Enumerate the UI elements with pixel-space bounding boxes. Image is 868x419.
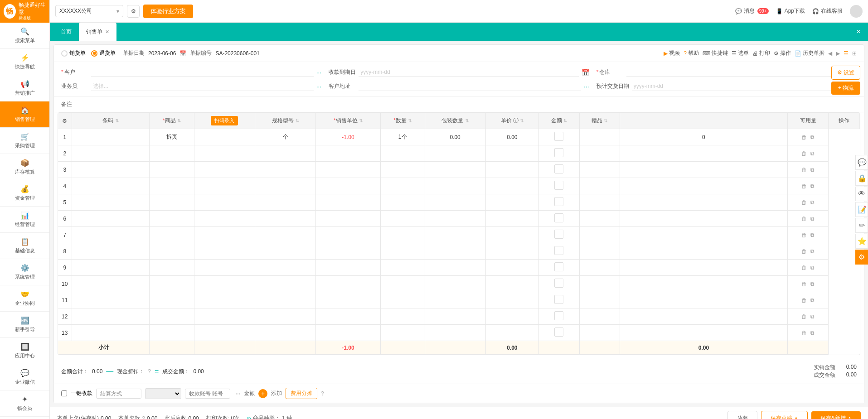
cell-barcode[interactable] bbox=[72, 145, 150, 162]
cell-pack-qty[interactable] bbox=[380, 145, 425, 162]
copy-row-icon[interactable]: ⧉ bbox=[810, 330, 815, 336]
cell-spec[interactable] bbox=[194, 129, 255, 145]
cell-price[interactable] bbox=[425, 308, 485, 325]
cell-price[interactable] bbox=[425, 194, 485, 211]
sidebar-item-sales[interactable]: 🏠 销售管理 bbox=[0, 101, 49, 128]
copy-row-icon[interactable]: ⧉ bbox=[810, 150, 815, 157]
cell-spec[interactable] bbox=[194, 325, 255, 341]
payment-method-select[interactable] bbox=[145, 388, 181, 399]
barcode-input[interactable] bbox=[92, 232, 129, 238]
cell-qty[interactable] bbox=[316, 211, 380, 227]
salesman-input[interactable] bbox=[91, 82, 314, 91]
cell-pack-qty[interactable] bbox=[380, 276, 425, 292]
cell-barcode[interactable] bbox=[72, 211, 150, 227]
delete-row-icon[interactable]: 🗑 bbox=[801, 216, 807, 222]
cell-product[interactable] bbox=[150, 227, 194, 243]
cell-gift[interactable] bbox=[539, 129, 579, 145]
cell-barcode[interactable] bbox=[72, 227, 150, 243]
sales-order-radio[interactable]: 销货单 bbox=[61, 49, 86, 57]
app-download-button[interactable]: 📱 App下载 bbox=[776, 7, 805, 15]
delete-row-icon[interactable]: 🗑 bbox=[801, 134, 807, 140]
cell-barcode[interactable] bbox=[72, 194, 150, 211]
cell-qty[interactable] bbox=[316, 308, 380, 325]
copy-row-icon[interactable]: ⧉ bbox=[810, 248, 815, 255]
cell-unit[interactable] bbox=[255, 227, 316, 243]
gift-checkbox[interactable] bbox=[554, 132, 563, 141]
cell-product[interactable] bbox=[150, 178, 194, 194]
print-action[interactable]: 🖨 打印 bbox=[752, 49, 770, 57]
cell-amount[interactable] bbox=[485, 194, 539, 211]
cell-price[interactable] bbox=[425, 276, 485, 292]
cell-gift[interactable] bbox=[539, 194, 579, 211]
cell-unit[interactable]: 个 bbox=[255, 129, 316, 145]
expense-help-icon[interactable]: ? bbox=[321, 390, 324, 397]
cell-spec[interactable] bbox=[194, 211, 255, 227]
cell-product[interactable] bbox=[150, 325, 194, 341]
cell-gift[interactable] bbox=[539, 243, 579, 260]
cell-gift[interactable] bbox=[539, 162, 579, 178]
barcode-input[interactable] bbox=[92, 313, 129, 320]
delete-row-icon[interactable]: 🗑 bbox=[801, 297, 807, 303]
customer-input[interactable] bbox=[91, 67, 314, 77]
cell-gift[interactable] bbox=[539, 211, 579, 227]
rp-chat-icon[interactable]: 💬 bbox=[855, 155, 868, 170]
delete-row-icon[interactable]: 🗑 bbox=[801, 281, 807, 287]
cell-pack-qty[interactable] bbox=[380, 194, 425, 211]
cell-amount[interactable] bbox=[485, 162, 539, 178]
remark-input[interactable] bbox=[91, 101, 857, 108]
cell-unit[interactable] bbox=[255, 211, 316, 227]
sidebar-item-search[interactable]: 🔍 搜索菜单 bbox=[0, 23, 49, 49]
delete-row-icon[interactable]: 🗑 bbox=[801, 232, 807, 238]
cell-price[interactable] bbox=[425, 162, 485, 178]
cell-spec[interactable] bbox=[194, 276, 255, 292]
tab-close-icon[interactable]: ✕ bbox=[105, 29, 109, 35]
cell-barcode[interactable] bbox=[72, 129, 150, 145]
delete-row-icon[interactable]: 🗑 bbox=[801, 167, 807, 173]
settings-form-button[interactable]: ⚙ 设置 bbox=[831, 66, 860, 80]
cell-amount[interactable] bbox=[485, 211, 539, 227]
account-input[interactable] bbox=[185, 389, 230, 399]
cell-barcode[interactable] bbox=[72, 178, 150, 194]
barcode-input[interactable] bbox=[92, 265, 129, 271]
cell-qty[interactable]: -1.00 bbox=[316, 129, 380, 145]
barcode-input[interactable] bbox=[92, 216, 129, 222]
cell-spec[interactable] bbox=[194, 292, 255, 308]
barcode-input[interactable] bbox=[92, 281, 129, 287]
calendar-icon[interactable]: 📅 bbox=[179, 50, 186, 57]
rp-note-icon[interactable]: 📝 bbox=[855, 202, 868, 217]
copy-row-icon[interactable]: ⧉ bbox=[810, 232, 815, 238]
cell-amount[interactable] bbox=[485, 260, 539, 276]
cell-product[interactable]: 拆页 bbox=[150, 129, 194, 145]
rp-star-icon[interactable]: ⭐ bbox=[855, 234, 868, 249]
gift-checkbox[interactable] bbox=[554, 262, 563, 271]
one-click-checkbox[interactable] bbox=[61, 390, 67, 396]
cell-qty[interactable] bbox=[316, 194, 380, 211]
sidebar-item-system[interactable]: ⚙️ 系统管理 bbox=[0, 259, 49, 285]
gift-checkbox[interactable] bbox=[554, 197, 563, 206]
cell-qty[interactable] bbox=[316, 227, 380, 243]
company-selector[interactable]: XXXXXX公司 ▾ bbox=[55, 5, 123, 17]
cell-price[interactable]: 0.00 bbox=[425, 129, 485, 145]
gift-checkbox[interactable] bbox=[554, 148, 563, 157]
cell-price[interactable] bbox=[425, 178, 485, 194]
cell-unit[interactable] bbox=[255, 162, 316, 178]
barcode-input[interactable] bbox=[92, 330, 129, 336]
sidebar-item-marketing[interactable]: 📢 营销推广 bbox=[0, 75, 49, 101]
delete-row-icon[interactable]: 🗑 bbox=[801, 248, 807, 255]
nav-next-icon[interactable]: ▶ bbox=[836, 50, 840, 57]
discard-button[interactable]: 放弃 bbox=[727, 411, 757, 419]
cell-unit[interactable] bbox=[255, 276, 316, 292]
cell-spec[interactable] bbox=[194, 243, 255, 260]
gift-checkbox[interactable] bbox=[554, 311, 563, 320]
cell-amount[interactable] bbox=[485, 276, 539, 292]
cell-spec[interactable] bbox=[194, 162, 255, 178]
barcode-input[interactable] bbox=[92, 297, 129, 303]
copy-row-icon[interactable]: ⧉ bbox=[810, 199, 815, 206]
cell-barcode[interactable] bbox=[72, 292, 150, 308]
copy-row-icon[interactable]: ⧉ bbox=[810, 183, 815, 189]
cell-price[interactable] bbox=[425, 211, 485, 227]
gift-checkbox[interactable] bbox=[554, 213, 563, 222]
due-date-input[interactable] bbox=[359, 67, 578, 77]
gift-checkbox[interactable] bbox=[554, 246, 563, 255]
add-payment-button[interactable]: + bbox=[258, 389, 267, 398]
